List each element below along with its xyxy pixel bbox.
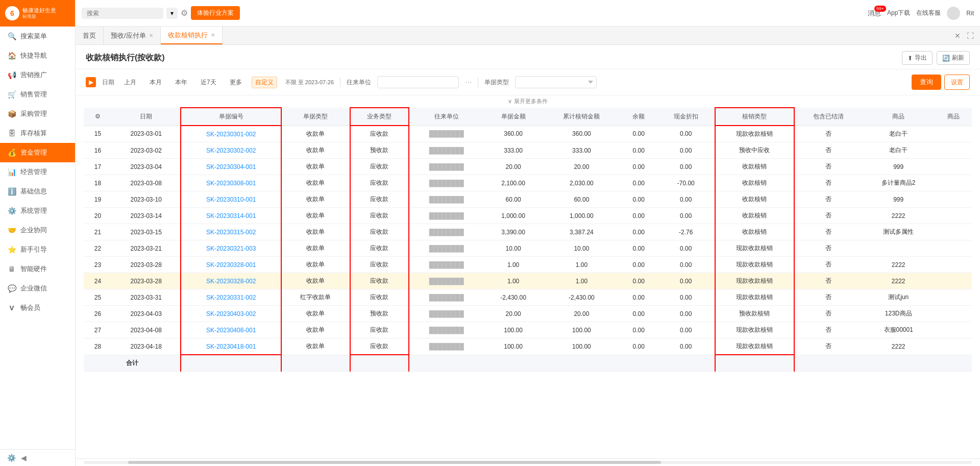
sidebar-item-sales[interactable]: 🛒 销售管理 [0,85,75,104]
doc-no-link[interactable]: SK-20230408-001 [206,327,256,334]
table-row[interactable]: 28 2023-04-18 SK-20230418-001 收款单 应收款 ██… [84,338,972,355]
doc-no-link[interactable]: SK-20230314-001 [206,212,256,219]
table-row[interactable]: 15 2023-03-01 SK-20230301-002 收款单 应收款 ██… [84,126,972,142]
sidebar-item-inventory[interactable]: 🗄 库存核算 [0,124,75,143]
th-writeoff-type[interactable]: 核销类型 [715,108,794,126]
table-row[interactable]: 22 2023-03-21 SK-20230321-003 收款单 应收款 ██… [84,240,972,257]
doc-no-link[interactable]: SK-20230304-001 [206,163,256,170]
th-partner[interactable]: 往来单位 [409,108,483,126]
date-custom-btn[interactable]: 自定义 [252,77,277,88]
table-row[interactable]: 17 2023-03-04 SK-20230304-001 收款单 应收款 ██… [84,159,972,175]
filter-dots[interactable]: ··· [465,78,472,87]
sidebar-item-marketing[interactable]: 📢 营销推广 [0,65,75,85]
refresh-button[interactable]: 🔄 刷新 [937,51,970,65]
table-row[interactable]: 18 2023-03-08 SK-20230308-001 收款单 应收款 ██… [84,175,972,191]
table-row[interactable]: 19 2023-03-10 SK-20230310-001 收款单 应收款 ██… [84,191,972,208]
tab-advance-close[interactable]: ✕ [149,33,153,38]
table-scrollbar[interactable] [76,458,980,466]
cell-biz-type: 应收款 [350,126,409,142]
tab-maximize[interactable]: ⛶ [965,30,976,42]
th-cash-discount[interactable]: 现金折扣 [657,108,715,126]
table-row[interactable]: 26 2023-04-03 SK-20230403-002 收款单 预收款 ██… [84,306,972,322]
sidebar-item-operation[interactable]: 📊 经营管理 [0,162,75,182]
cell-goods2 [935,306,972,322]
doc-no-link[interactable]: SK-20230403-002 [206,310,256,317]
dropdown-button[interactable]: ▾ [166,8,178,19]
query-button[interactable]: 查询 [912,75,941,90]
scroll-thumb[interactable] [128,461,661,464]
sidebar-item-system[interactable]: ⚙️ 系统管理 [0,201,75,220]
cell-date: 2023-03-10 [112,191,181,208]
doc-no-link[interactable]: SK-20230310-001 [206,196,256,203]
export-button[interactable]: ⬆ 导出 [902,51,933,65]
cell-goods2 [935,240,972,257]
th-balance[interactable]: 余额 [620,108,657,126]
search-input[interactable] [82,8,163,19]
th-doc-type[interactable]: 单据类型 [281,108,350,126]
date-7days[interactable]: 近7天 [197,77,220,88]
sidebar-item-member[interactable]: V 畅会员 [0,298,75,317]
cell-no: 24 [84,273,112,289]
sidebar-item-hardware[interactable]: 🖥 智能硬件 [0,259,75,279]
doc-no-link[interactable]: SK-20230328-001 [206,261,256,268]
sidebar-item-basic[interactable]: ℹ️ 基础信息 [0,182,75,201]
th-incl-settled[interactable]: 包含已结清 [794,108,862,126]
date-last-month[interactable]: 上月 [120,77,140,88]
table-row[interactable]: 16 2023-03-02 SK-20230302-002 收款单 预收款 ██… [84,142,972,159]
th-goods[interactable]: 商品 [862,108,935,126]
avatar[interactable] [947,7,960,20]
tab-close-all[interactable]: ✕ [952,30,963,42]
th-gear[interactable]: ⚙ [84,108,112,126]
cell-incl-settled: 否 [794,273,862,289]
doc-no-link[interactable]: SK-20230301-002 [206,131,256,138]
date-this-year[interactable]: 本年 [172,77,191,88]
tab-writeoff-close[interactable]: ✕ [211,32,215,38]
industry-btn[interactable]: 体验行业方案 [191,6,240,20]
sidebar-item-shortcut[interactable]: 🏠 快捷导航 [0,46,75,65]
notification-bell[interactable]: 消息 99+ [868,9,881,18]
settings-icon[interactable]: ⚙️ [7,454,16,462]
tab-home[interactable]: 首页 [76,27,104,44]
tab-advance[interactable]: 预收/应付单 ✕ [104,27,161,44]
sidebar-item-search[interactable]: 🔍 搜索菜单 [0,27,75,46]
th-goods2[interactable]: 商品 [935,108,972,126]
app-download-link[interactable]: App下载 [887,9,910,17]
table-row[interactable]: 27 2023-04-08 SK-20230408-001 收款单 应收款 ██… [84,322,972,338]
online-service-link[interactable]: 在线客服 [916,9,941,17]
sidebar-item-finance[interactable]: 💰 资金管理 [0,143,75,162]
th-biz-type[interactable]: 业务类型 [350,108,409,126]
collapse-icon[interactable]: ◀ [21,454,27,462]
th-doc-no[interactable]: 单据编号 [181,108,281,126]
setting-button[interactable]: 设置 [944,75,970,90]
sidebar-item-wechat[interactable]: 💬 企业微信 [0,279,75,298]
date-more[interactable]: 更多 [226,77,246,88]
doc-no-link[interactable]: SK-20230308-001 [206,180,256,187]
table-row[interactable]: 20 2023-03-14 SK-20230314-001 收款单 应收款 ██… [84,208,972,224]
doc-no-link[interactable]: SK-20230331-002 [206,294,256,301]
th-date[interactable]: 日期 [112,108,181,126]
sidebar-item-purchase[interactable]: 📦 采购管理 [0,104,75,124]
cell-no: 21 [84,224,112,240]
doc-no-link[interactable]: SK-20230418-001 [206,343,256,350]
table-row[interactable]: 21 2023-03-15 SK-20230315-002 收款单 应收款 ██… [84,224,972,240]
table-row[interactable]: 25 2023-03-31 SK-20230331-002 红字收款单 应收款 … [84,289,972,306]
star-icon: ⭐ [7,245,16,254]
doc-no-link[interactable]: SK-20230328-002 [206,278,256,285]
table-row[interactable]: 23 2023-03-28 SK-20230328-001 收款单 应收款 ██… [84,257,972,273]
topbar-gear-icon[interactable]: ⚙ [181,8,188,18]
expand-more-bar[interactable]: ∨ 展开更多条件 [76,95,980,107]
filter-expand-arrow[interactable]: ▶ [86,77,96,87]
doc-type-select[interactable] [515,76,597,88]
table-row[interactable]: 24 2023-03-28 SK-20230328-002 收款单 应收款 ██… [84,273,972,289]
cell-date: 2023-04-08 [112,322,181,338]
doc-no-link[interactable]: SK-20230315-002 [206,229,256,236]
partner-input[interactable] [377,76,459,88]
doc-no-link[interactable]: SK-20230321-003 [206,245,256,252]
th-amount[interactable]: 单据金额 [483,108,543,126]
th-cum-writeoff[interactable]: 累计核销金额 [543,108,620,126]
sidebar-item-guide[interactable]: ⭐ 新手引导 [0,240,75,259]
doc-no-link[interactable]: SK-20230302-002 [206,147,256,154]
tab-writeoff[interactable]: 收款核销执行 ✕ [161,27,223,44]
date-this-month[interactable]: 本月 [146,77,165,88]
sidebar-item-corp[interactable]: 🤝 企业协同 [0,220,75,240]
